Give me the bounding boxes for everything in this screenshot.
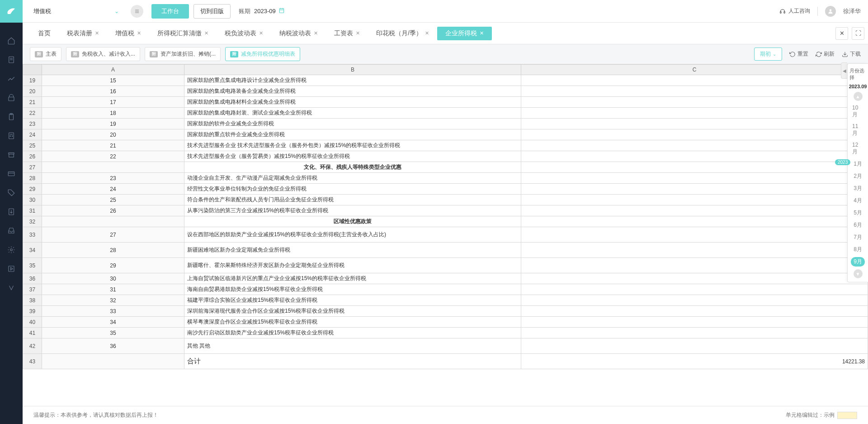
list-icon[interactable] (131, 5, 143, 18)
close-icon[interactable]: ✕ (137, 30, 141, 36)
cell[interactable] (521, 295, 868, 306)
cell[interactable] (521, 243, 868, 258)
row-number[interactable]: 27 (23, 162, 42, 173)
cell[interactable]: 33 (42, 306, 184, 317)
cell[interactable]: 国家鼓励的集成电路装备企业减免企业所得税 (184, 86, 521, 97)
cell[interactable]: 18 (42, 108, 184, 119)
cell[interactable]: 经营性文化事业单位转制为企业的免征企业所得税 (184, 184, 521, 195)
cell[interactable]: 34 (42, 317, 184, 328)
row-number[interactable]: 31 (23, 205, 42, 216)
close-icon[interactable]: ✕ (425, 30, 429, 36)
nav-clipboard-icon[interactable] (7, 112, 16, 121)
month-item[interactable]: 1月 (851, 159, 865, 169)
cell[interactable]: 南沙先行启动区鼓励类产业企业减按15%税率征收企业所得税 (184, 328, 521, 338)
cell[interactable]: 从事污染防治的第三方企业减按15%的税率征收企业所得税 (184, 205, 521, 216)
cell[interactable]: 国家鼓励的软件企业减免企业所得税 (184, 119, 521, 129)
cell[interactable] (521, 108, 868, 119)
month-up-button[interactable]: ▲ (854, 92, 863, 101)
close-icon[interactable]: ✕ (356, 30, 360, 36)
row-number[interactable]: 30 (23, 195, 42, 205)
row-number[interactable]: 39 (23, 306, 42, 317)
close-tab-button[interactable]: ✕ (835, 27, 848, 40)
cell[interactable] (42, 162, 184, 173)
cell[interactable]: 上海自贸试验区临港新片区的重点产业企业减按15%的税率征收企业所得税 (184, 273, 521, 284)
cell[interactable]: 27 (42, 227, 184, 243)
cell[interactable]: 32 (42, 295, 184, 306)
month-item[interactable]: 3月 (851, 184, 865, 193)
cell[interactable] (42, 354, 184, 369)
column-header[interactable]: B (184, 65, 521, 75)
nav-bag-icon[interactable] (7, 93, 16, 102)
expand-button[interactable]: ⛶ (852, 27, 864, 40)
month-item[interactable]: 5月 (851, 208, 865, 218)
cell[interactable]: 36 (42, 338, 184, 354)
row-number[interactable]: 34 (23, 243, 42, 258)
cell[interactable]: 设在西部地区的鼓励类产业企业减按15%的税率征收企业所得税(主营业务收入占比) (184, 227, 521, 243)
cell[interactable]: 国家鼓励的集成电路封装、测试企业减免企业所得税 (184, 108, 521, 119)
nav-settings-icon[interactable] (7, 245, 16, 254)
period-dropdown[interactable]: 期初 ⌄ (754, 48, 782, 61)
cell[interactable] (521, 338, 868, 354)
close-icon[interactable]: ✕ (480, 30, 484, 36)
cell[interactable]: 新疆喀什、霍尔果斯特殊经济开发区新办企业定期免征企业所得税 (184, 258, 521, 273)
close-icon[interactable]: ✕ (95, 30, 99, 36)
cell[interactable] (521, 184, 868, 195)
cell[interactable]: 20 (42, 129, 184, 140)
tab-item[interactable]: 工资表✕ (326, 27, 368, 40)
cell[interactable] (521, 227, 868, 243)
cell[interactable]: 技术先进型服务企业（服务贸易类）减按15%的税率征收企业所得税 (184, 151, 521, 162)
cell[interactable] (521, 151, 868, 162)
row-number[interactable]: 41 (23, 328, 42, 338)
close-icon[interactable]: ✕ (204, 30, 208, 36)
subtab-item[interactable]: 附减免所得税优惠明细表 (225, 47, 300, 61)
month-item[interactable]: 4月 (851, 196, 865, 205)
row-number[interactable]: 23 (23, 119, 42, 129)
cell[interactable] (42, 216, 184, 227)
cell[interactable]: 区域性优惠政策 (184, 216, 521, 227)
download-button[interactable]: 下载 (842, 50, 861, 58)
cell[interactable]: 其他 其他 (184, 338, 521, 354)
month-item[interactable]: 10月 (849, 104, 866, 119)
cell[interactable] (521, 119, 868, 129)
month-item[interactable]: 7月 (851, 233, 865, 242)
subtab-item[interactable]: 附资产加速折旧、摊销(... (145, 47, 221, 61)
cell[interactable]: 福建平潭综合实验区企业减按15%税率征收企业所得税 (184, 295, 521, 306)
row-number[interactable]: 40 (23, 317, 42, 328)
cell[interactable] (521, 86, 868, 97)
nav-calc-icon[interactable] (7, 131, 16, 140)
logo[interactable] (0, 0, 23, 23)
month-item[interactable]: 2月 (851, 172, 865, 181)
cell[interactable]: 28 (42, 243, 184, 258)
cell[interactable] (521, 162, 868, 173)
cell[interactable] (521, 258, 868, 273)
row-number[interactable]: 35 (23, 258, 42, 273)
cell[interactable]: 国家鼓励的重点集成电路设计企业减免企业所得税 (184, 75, 521, 86)
nav-inbox-icon[interactable] (7, 226, 16, 235)
row-number[interactable]: 37 (23, 284, 42, 295)
column-header[interactable]: A (42, 65, 184, 75)
month-item[interactable]: 9月 (851, 257, 865, 267)
month-item[interactable]: 11月 (849, 122, 866, 138)
service-link[interactable]: 人工咨询 (779, 7, 810, 15)
cell[interactable] (521, 75, 868, 86)
cell[interactable]: 24 (42, 184, 184, 195)
month-down-button[interactable]: ▼ (854, 269, 863, 278)
workbench-button[interactable]: 工作台 (151, 4, 189, 19)
cell[interactable]: 16 (42, 86, 184, 97)
cell[interactable]: 技术先进型服务企业 技术先进型服务企业（服务外包类）减按15%的税率征收企业所得… (184, 140, 521, 151)
tab-item[interactable]: 增值税✕ (107, 27, 149, 40)
cell[interactable] (521, 328, 868, 338)
tab-item[interactable]: 企业所得税✕ (437, 27, 492, 40)
cell[interactable]: 35 (42, 328, 184, 338)
refresh-button[interactable]: 刷新 (816, 50, 835, 58)
subtab-item[interactable]: 附主表 (30, 47, 61, 61)
nav-play-icon[interactable] (7, 264, 16, 273)
right-panel-collapse[interactable]: ◀ (841, 62, 847, 79)
cell[interactable]: 21 (42, 140, 184, 151)
cell[interactable]: 合计 (184, 354, 521, 369)
cell[interactable] (521, 173, 868, 184)
row-number[interactable]: 38 (23, 295, 42, 306)
cell[interactable]: 26 (42, 205, 184, 216)
nav-archive-icon[interactable] (7, 150, 16, 159)
cell[interactable] (521, 216, 868, 227)
